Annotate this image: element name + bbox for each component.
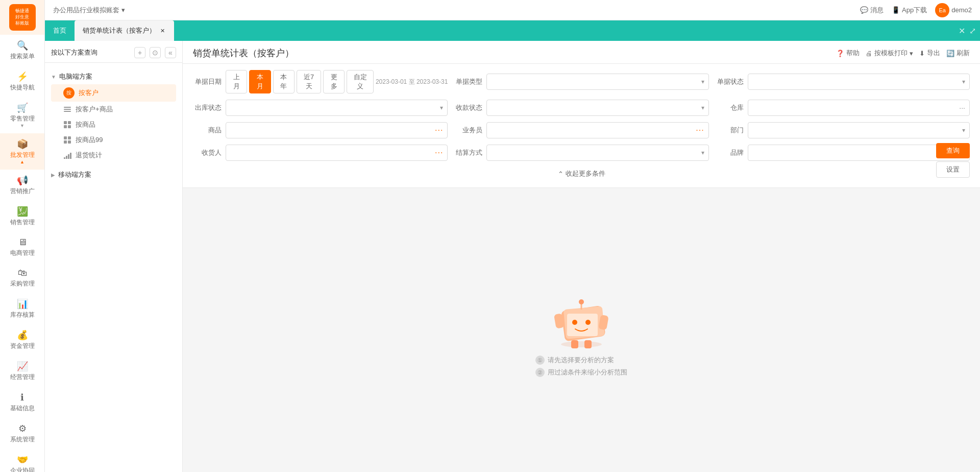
export-button[interactable]: ⬇ 导出 — [919, 49, 940, 58]
date-filter-cell: 单据日期 上月 本月 本年 近7天 更多 自定义 2023-03-01 至 20… — [193, 70, 448, 93]
svg-rect-12 — [66, 156, 67, 159]
product-dots-icon: ··· — [435, 126, 443, 135]
sidebar-item-enterprise[interactable]: 🤝 企业协同 — [0, 449, 44, 472]
sidebar: 畅捷通好生意标账版 🔍 搜索菜单 ⚡ 快捷导航 🛒 零售管理 ▼ 📦 批发管理 … — [0, 0, 45, 472]
message-icon: 💬 — [860, 6, 868, 14]
svg-rect-7 — [64, 136, 67, 139]
print-template-button[interactable]: 🖨 按模板打印 ▾ — [866, 49, 913, 58]
doc-type-filter-cell: 单据类型 ▾ — [454, 74, 708, 90]
sidebar-item-sales[interactable]: 💹 销售管理 — [0, 201, 44, 232]
help-button[interactable]: ❓ 帮助 — [836, 49, 860, 58]
app-download-button[interactable]: 📱 App下载 — [892, 6, 927, 15]
left-panel: 按以下方案查询 + ⊙ « ▼ — [45, 41, 183, 472]
scheme-item-by-customer[interactable]: 按 按客户 — [51, 84, 176, 102]
salesman-dots-icon: ··· — [696, 126, 704, 135]
collapse-filter-button[interactable]: ⌃ 收起更多条件 — [193, 166, 970, 181]
sidebar-item-search[interactable]: 🔍 搜索菜单 — [0, 35, 44, 66]
product99-icon — [63, 136, 71, 144]
scheme-group-desktop: ▼ 电脑端方案 按 按客户 — [45, 67, 182, 165]
out-status-dropdown-icon: ▾ — [440, 104, 443, 111]
product-control[interactable]: ··· — [226, 122, 448, 138]
sidebar-item-system[interactable]: ⚙ 系统管理 — [0, 418, 44, 449]
sidebar-item-finance[interactable]: 💰 资金管理 — [0, 324, 44, 356]
settings-button[interactable]: 设置 — [936, 161, 970, 178]
query-button[interactable]: 查询 — [936, 143, 970, 158]
product-filter-cell: 商品 ··· — [193, 122, 448, 138]
svg-rect-3 — [64, 121, 67, 124]
tab-home[interactable]: 首页 — [45, 20, 75, 41]
group-arrow-collapsed-icon: ▶ — [51, 172, 55, 178]
tab-close-button[interactable]: ✕ — [159, 27, 166, 34]
svg-rect-14 — [70, 153, 71, 159]
retail-icon: 🛒 — [17, 102, 28, 113]
scheme-group-desktop-header[interactable]: ▼ 电脑端方案 — [51, 69, 176, 84]
sidebar-item-operations[interactable]: 📈 经营管理 — [0, 356, 44, 387]
dropdown-icon: ▾ — [121, 6, 125, 14]
svg-rect-2 — [64, 111, 71, 112]
tab-sales-stat[interactable]: 销货单统计表（按客户） ✕ — [75, 20, 174, 41]
refresh-button[interactable]: 🔄 刷新 — [946, 49, 970, 58]
doc-status-control[interactable]: ▾ — [748, 74, 970, 90]
out-status-filter-cell: 出库状态 ▾ — [193, 100, 448, 116]
sidebar-item-quick[interactable]: ⚡ 快捷导航 — [0, 66, 44, 97]
empty-hints: ① 请先选择要分析的方案 ② 用过滤条件来缩小分析范围 — [535, 356, 627, 377]
date-btn-this-year[interactable]: 本年 — [273, 70, 295, 93]
tab-close-all-button[interactable]: ✕ — [959, 26, 965, 36]
scheme-item-by-product-99[interactable]: 按商品99 — [51, 132, 176, 148]
svg-rect-0 — [64, 107, 71, 108]
print-dropdown-icon: ▾ — [910, 50, 913, 57]
quick-icon: ⚡ — [17, 71, 28, 82]
sidebar-item-marketing[interactable]: 📢 营销推广 — [0, 170, 44, 201]
date-btn-custom[interactable]: 自定义 — [347, 70, 374, 93]
scheme-list: ▼ 电脑端方案 按 按客户 — [45, 63, 182, 188]
sidebar-item-purchase[interactable]: 🛍 采购管理 — [0, 263, 44, 293]
date-btn-this-month[interactable]: 本月 — [249, 70, 271, 93]
doc-type-control[interactable]: ▾ — [486, 74, 708, 90]
export-icon: ⬇ — [919, 50, 925, 57]
settings-icon: ⊙ — [152, 49, 158, 57]
svg-point-20 — [585, 320, 591, 325]
finance-icon: 💰 — [17, 329, 28, 341]
date-btn-last-month[interactable]: 上月 — [226, 70, 247, 93]
collapse-panel-button[interactable]: « — [165, 47, 176, 58]
page-title: 销货单统计表（按客户） — [193, 47, 294, 59]
sidebar-item-ecommerce[interactable]: 🖥 电商管理 — [0, 232, 44, 263]
date-btn-more[interactable]: 更多 — [323, 70, 345, 93]
product-icon — [63, 121, 71, 129]
scheme-item-return-stat[interactable]: 退货统计 — [51, 148, 176, 163]
return-stat-icon — [63, 151, 71, 159]
salesman-control[interactable]: ··· — [486, 122, 708, 138]
add-scheme-button[interactable]: + — [134, 47, 145, 58]
top-header: 办公用品行业模拟账套 ▾ 💬 消息 📱 App下载 Ea demo2 — [45, 0, 980, 20]
collapse-up-icon: ⌃ — [558, 170, 564, 178]
sidebar-item-wholesale[interactable]: 📦 批发管理 ▲ — [0, 133, 44, 170]
date-btn-last-7[interactable]: 近7天 — [297, 70, 321, 93]
svg-rect-10 — [68, 140, 71, 144]
doc-status-filter-cell: 单据状态 ▾ — [715, 74, 970, 90]
message-button[interactable]: 💬 消息 — [860, 6, 884, 15]
receiver-control[interactable]: ··· — [226, 145, 448, 161]
department-control[interactable]: ▾ — [748, 122, 970, 138]
scheme-item-by-product[interactable]: 按商品 — [51, 117, 176, 132]
empty-state: ① 请先选择要分析的方案 ② 用过滤条件来缩小分析范围 — [535, 283, 627, 377]
collect-status-control[interactable]: ▾ — [486, 100, 708, 116]
industry-selector[interactable]: 办公用品行业模拟账套 ▾ — [53, 6, 125, 15]
settle-method-dropdown-icon: ▾ — [701, 149, 704, 156]
sidebar-item-inventory[interactable]: 📊 库存核算 — [0, 293, 44, 324]
svg-rect-9 — [64, 140, 67, 144]
scheme-item-by-customer-product[interactable]: 按客户+商品 — [51, 102, 176, 117]
warehouse-control[interactable]: ··· — [748, 100, 970, 116]
scheme-group-mobile-header[interactable]: ▶ 移动端方案 — [51, 167, 176, 182]
enterprise-icon: 🤝 — [17, 454, 28, 465]
system-icon: ⚙ — [18, 423, 27, 434]
user-profile[interactable]: Ea demo2 — [935, 3, 972, 17]
settings-scheme-button[interactable]: ⊙ — [150, 47, 161, 58]
sidebar-item-retail[interactable]: 🛒 零售管理 ▼ — [0, 97, 44, 133]
sidebar-item-basic[interactable]: ℹ 基础信息 — [0, 387, 44, 418]
date-range-display: 2023-03-01 至 2023-03-31 — [376, 78, 448, 86]
tab-maximize-button[interactable]: ⤢ — [969, 26, 976, 36]
salesman-filter-cell: 业务员 ··· — [454, 122, 708, 138]
svg-rect-13 — [68, 154, 69, 159]
out-status-control[interactable]: ▾ — [226, 100, 448, 116]
settle-method-control[interactable]: ▾ — [486, 145, 708, 161]
